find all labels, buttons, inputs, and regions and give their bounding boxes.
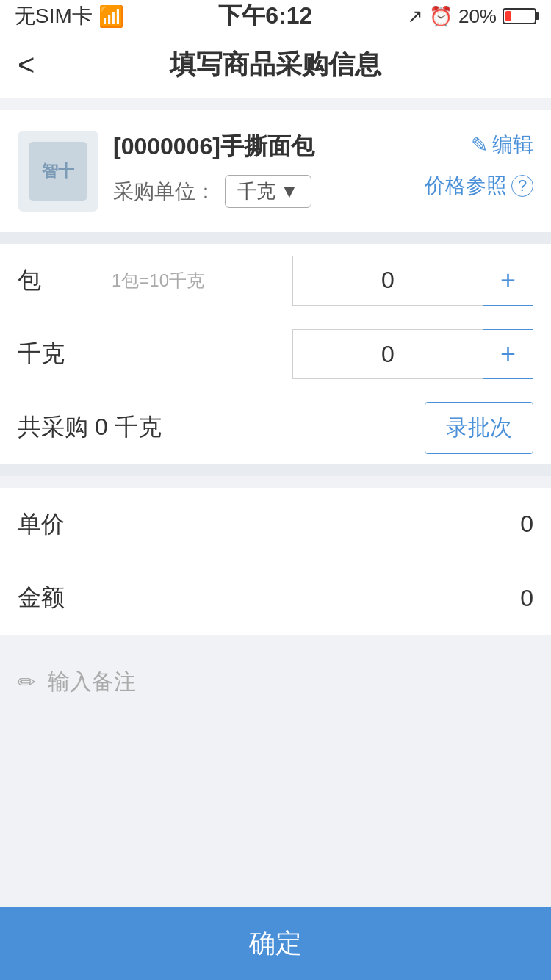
amount-row: 金额 0 xyxy=(0,561,551,635)
remark-section[interactable]: ✏ 输入备注 xyxy=(0,646,551,718)
battery-icon xyxy=(503,8,536,24)
record-batch-button[interactable]: 录批次 xyxy=(425,402,533,454)
kg-input-row: 千克 + xyxy=(0,317,551,391)
amount-label: 金额 xyxy=(18,582,65,614)
unit-price-row: 单价 0 xyxy=(0,488,551,561)
bao-plus-button[interactable]: + xyxy=(483,256,533,306)
amount-value: 0 xyxy=(520,585,533,612)
battery-pct-label: 20% xyxy=(458,5,497,28)
remark-placeholder: 输入备注 xyxy=(48,667,136,697)
product-image: 智十 xyxy=(18,131,98,212)
confirm-bar[interactable]: 确定 xyxy=(0,907,551,980)
unit-dropdown[interactable]: 千克 ▼ xyxy=(225,175,311,208)
product-unit-row: 采购单位： 千克 ▼ xyxy=(113,175,410,208)
time-label: 下午6:12 xyxy=(218,0,312,32)
bao-label: 包 xyxy=(18,264,106,297)
price-ref-button[interactable]: 价格参照 ? xyxy=(425,172,533,200)
status-bar: 无SIM卡 📶 下午6:12 ↗ ⏰ 20% xyxy=(0,0,551,32)
info-icon: ? xyxy=(511,175,533,197)
unit-price-label: 单价 xyxy=(18,508,65,541)
product-card: 智十 [0000006]手撕面包 采购单位： 千克 ▼ ✎ 编辑 价格参照 ? xyxy=(0,110,551,232)
kg-label: 千克 xyxy=(18,338,106,370)
page-title: 填写商品采购信息 xyxy=(170,47,381,83)
total-row: 共采购 0 千克 录批次 xyxy=(0,391,551,464)
kg-plus-button[interactable]: + xyxy=(483,329,533,379)
unit-price-value: 0 xyxy=(520,511,533,538)
pencil-icon: ✏ xyxy=(18,669,36,695)
bao-sublabel: 1包=10千克 xyxy=(112,269,292,292)
alarm-icon: ⏰ xyxy=(429,5,453,28)
confirm-label: 确定 xyxy=(249,926,302,962)
carrier-label: 无SIM卡 xyxy=(15,2,93,30)
kg-qty-control: + xyxy=(292,329,533,379)
content-spacer xyxy=(0,718,551,938)
bao-input-row: 包 1包=10千克 + xyxy=(0,244,551,317)
location-icon: ↗ xyxy=(407,5,423,28)
section-divider-1 xyxy=(0,232,551,244)
unit-label: 采购单位： xyxy=(113,178,216,206)
edit-button[interactable]: ✎ 编辑 xyxy=(471,131,533,159)
nav-bar: < 填写商品采购信息 xyxy=(0,32,551,98)
chevron-down-icon: ▼ xyxy=(280,180,299,203)
product-actions: ✎ 编辑 价格参照 ? xyxy=(425,131,533,200)
input-section: 包 1包=10千克 + 千克 + xyxy=(0,244,551,391)
back-button[interactable]: < xyxy=(18,48,35,82)
status-bar-left: 无SIM卡 📶 xyxy=(15,2,124,30)
wifi-icon: 📶 xyxy=(98,4,124,29)
edit-icon: ✎ xyxy=(471,133,488,157)
kg-qty-input[interactable] xyxy=(292,329,483,379)
product-logo: 智十 xyxy=(29,142,87,201)
price-section: 单价 0 金额 0 xyxy=(0,488,551,635)
product-name: [0000006]手撕面包 xyxy=(113,131,410,163)
status-bar-right: ↗ ⏰ 20% xyxy=(407,5,536,28)
bao-qty-control: + xyxy=(292,256,533,306)
product-info: [0000006]手撕面包 采购单位： 千克 ▼ xyxy=(113,131,410,208)
total-label: 共采购 0 千克 xyxy=(18,411,425,444)
bao-qty-input[interactable] xyxy=(292,256,483,306)
section-divider-2 xyxy=(0,464,551,476)
